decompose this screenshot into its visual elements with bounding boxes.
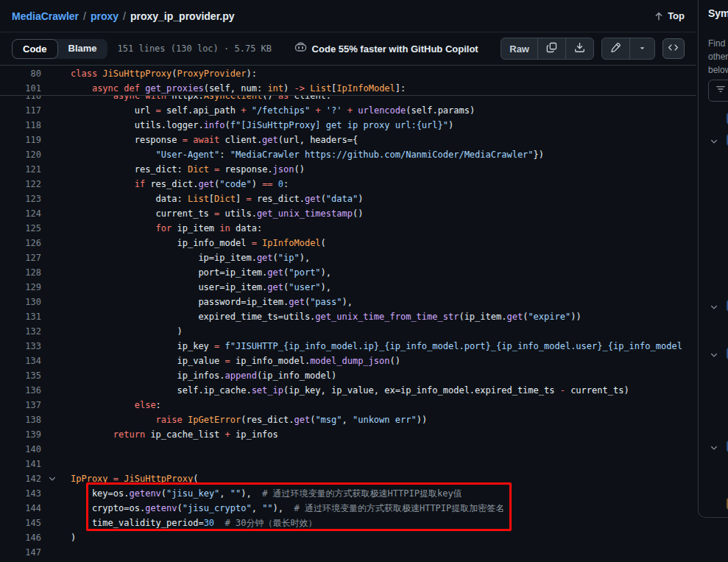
- chevron-down-icon[interactable]: [710, 349, 718, 362]
- symbol-list-item[interactable]: [699, 498, 728, 511]
- chevron-down-icon[interactable]: [710, 301, 718, 315]
- collapse-chevron-icon[interactable]: [41, 471, 71, 486]
- symbol-list-item[interactable]: [699, 348, 728, 361]
- line-number[interactable]: 119: [0, 133, 41, 147]
- code-line-138: 138 raise IpGetError(res_dict.get("msg",…: [0, 412, 696, 427]
- code-blame-switch: Code Blame: [12, 39, 107, 59]
- code-text: data: List[Dict] = res_dict.get("data"): [71, 192, 363, 206]
- line-number[interactable]: 121: [0, 162, 41, 177]
- code-line-129: 129 user=ip_item.get("user"),: [0, 280, 696, 295]
- line-number[interactable]: 139: [0, 427, 41, 442]
- code-line-80: 80class JiSuHttpProxy(ProxyProvider):: [0, 66, 696, 81]
- code-line-125: 125 for ip_item in data:: [0, 221, 696, 236]
- code-line-132: 132 ): [0, 324, 696, 339]
- breadcrumb-separator: /: [123, 10, 126, 22]
- code-text: crypto=os.getenv("jisu_crypto", ""), # 通…: [71, 501, 504, 516]
- line-number[interactable]: 101: [0, 81, 41, 96]
- code-line-121: 121 res_dict: Dict = response.json(): [0, 162, 696, 177]
- symbol-list-item[interactable]: [699, 113, 728, 126]
- line-number[interactable]: 118: [0, 118, 41, 133]
- pencil-icon: [610, 42, 621, 55]
- line-number[interactable]: 130: [0, 295, 41, 309]
- edit-group: [601, 38, 655, 60]
- code-line-139: 139 return ip_cache_list + ip_infos: [0, 427, 696, 442]
- line-number[interactable]: 133: [0, 339, 41, 354]
- line-number[interactable]: 128: [0, 265, 41, 280]
- chevron-down-icon[interactable]: [710, 136, 718, 149]
- line-number[interactable]: 134: [0, 354, 41, 368]
- code-text: ip_key = f"JISUHTTP_{ip_info_model.ip}_{…: [71, 339, 682, 354]
- breadcrumb-row: MediaCrawler / proxy / proxy_ip_provider…: [0, 0, 696, 32]
- line-number[interactable]: 131: [0, 309, 41, 324]
- copy-button[interactable]: [537, 38, 565, 59]
- file-meta-info: 151 lines (130 loc) · 5.75 KB: [118, 43, 272, 54]
- download-button[interactable]: [565, 38, 593, 59]
- scroll-to-top-button[interactable]: Top: [654, 10, 685, 21]
- line-number[interactable]: 126: [0, 236, 41, 250]
- line-number[interactable]: 123: [0, 192, 41, 206]
- copilot-icon: [294, 41, 307, 56]
- code-text: password=ip_item.get("pass"),: [71, 295, 353, 309]
- line-number[interactable]: 140: [0, 442, 41, 457]
- line-number[interactable]: 141: [0, 457, 41, 471]
- line-number[interactable]: 137: [0, 398, 41, 412]
- line-number[interactable]: 136: [0, 383, 41, 398]
- line-number[interactable]: 135: [0, 368, 41, 383]
- line-number[interactable]: 132: [0, 324, 41, 339]
- code-text: time_validity_period=30 # 30分钟（最长时效）: [71, 516, 317, 530]
- symbol-list-item[interactable]: [699, 300, 728, 313]
- tab-blame[interactable]: Blame: [58, 39, 107, 59]
- line-number[interactable]: 125: [0, 221, 41, 236]
- code-line-118: 118 utils.logger.info(f"[JiSuHttpProxy] …: [0, 118, 696, 133]
- symbols-panel-description: Find: [708, 38, 725, 49]
- code-line-134: 134 ip_value = ip_info_model.model_dump_…: [0, 354, 696, 368]
- line-number[interactable]: 138: [0, 412, 41, 427]
- line-number[interactable]: 120: [0, 147, 41, 162]
- breadcrumb-separator: /: [83, 10, 86, 22]
- line-number[interactable]: 124: [0, 206, 41, 221]
- line-number[interactable]: 127: [0, 250, 41, 265]
- symbol-list-item[interactable]: [699, 134, 728, 147]
- chevron-down-icon[interactable]: [710, 442, 718, 455]
- file-toolbar: Code Blame 151 lines (130 loc) · 5.75 KB…: [0, 32, 696, 66]
- line-number[interactable]: 117: [0, 103, 41, 118]
- code-line-126: 126 ip_info_model = IpInfoModel(: [0, 236, 696, 250]
- line-number[interactable]: 144: [0, 501, 41, 516]
- line-number[interactable]: 142: [0, 471, 41, 486]
- copy-icon: [546, 42, 557, 55]
- symbol-list-item[interactable]: [699, 440, 728, 454]
- line-number[interactable]: 122: [0, 177, 41, 192]
- copilot-banner[interactable]: Code 55% faster with GitHub Copilot: [294, 41, 478, 56]
- breadcrumb-repo-link[interactable]: MediaCrawler: [12, 10, 79, 22]
- download-icon: [574, 42, 585, 55]
- code-text: ): [71, 530, 76, 545]
- code-text: res_dict: Dict = response.json(): [71, 162, 305, 177]
- line-number[interactable]: 145: [0, 516, 41, 530]
- line-number[interactable]: 147: [0, 545, 41, 560]
- line-number[interactable]: 143: [0, 486, 41, 501]
- code-text: current_ts = utils.get_unix_timestamp(): [71, 206, 363, 221]
- code-line-101: 101 async def get_proxies(self, num: int…: [0, 81, 696, 96]
- code-line-130: 130 password=ip_item.get("pass"),: [0, 295, 696, 309]
- file-view: MediaCrawler / proxy / proxy_ip_provider…: [0, 0, 696, 562]
- code-text: else:: [71, 398, 161, 412]
- code-text: ip_info_model = IpInfoModel(: [71, 236, 326, 250]
- code-line-117: 117 url = self.api_path + "/fetchips" + …: [0, 103, 696, 118]
- code-text: ): [71, 324, 183, 339]
- tab-code[interactable]: Code: [12, 39, 58, 59]
- symbols-panel-toggle-button[interactable]: [662, 38, 685, 59]
- line-number[interactable]: 129: [0, 280, 41, 295]
- breadcrumb-dir-link[interactable]: proxy: [91, 10, 119, 22]
- line-number[interactable]: 146: [0, 530, 41, 545]
- raw-button[interactable]: Raw: [501, 38, 537, 59]
- edit-dropdown-button[interactable]: [629, 38, 654, 59]
- code-text: utils.logger.info(f"[JiSuHttpProxy] get …: [71, 118, 453, 133]
- code-text: ip_infos.append(ip_info_model): [71, 368, 336, 383]
- code-text: for ip_item in data:: [71, 221, 262, 236]
- edit-button[interactable]: [602, 38, 629, 59]
- code-text: raise IpGetError(res_dict.get("msg", "un…: [71, 412, 427, 427]
- line-number[interactable]: 80: [0, 66, 41, 81]
- code-line-145: 145 time_validity_period=30 # 30分钟（最长时效）: [0, 516, 696, 530]
- code-line-146: 146): [0, 530, 696, 545]
- symbols-filter-input[interactable]: [708, 80, 728, 102]
